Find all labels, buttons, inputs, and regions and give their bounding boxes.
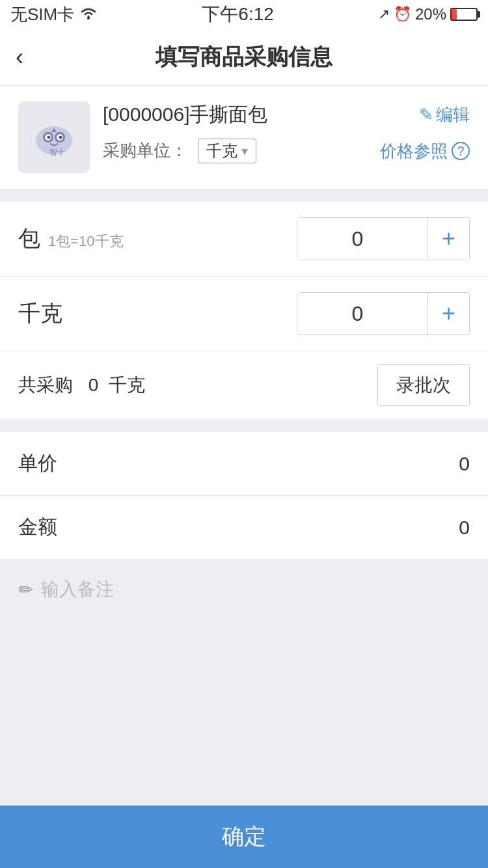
back-button[interactable]: ‹ xyxy=(16,44,23,71)
alarm-icon: ⏰ xyxy=(394,6,411,23)
section-divider-2 xyxy=(0,419,488,432)
kg-label: 千克 xyxy=(18,299,62,329)
product-card: 智十 [0000006]手撕面包 ✎ 编辑 采购单位： 千克 ▾ 价格参照 ? xyxy=(0,86,488,189)
status-bar-time: 下午6:12 xyxy=(202,2,274,27)
total-unit-label: 千克 xyxy=(109,375,145,395)
kg-input-group: + xyxy=(297,292,470,335)
battery-icon xyxy=(450,8,478,21)
svg-point-0 xyxy=(87,17,90,20)
edit-icon: ✎ xyxy=(419,105,433,125)
product-info: [0000006]手撕面包 ✎ 编辑 采购单位： 千克 ▾ 价格参照 ? xyxy=(103,102,470,163)
bag-input[interactable] xyxy=(297,218,427,260)
nav-title: 填写商品采购信息 xyxy=(156,42,332,72)
product-name: [0000006]手撕面包 xyxy=(103,102,267,128)
remark-placeholder: 输入备注 xyxy=(41,577,114,602)
batch-button[interactable]: 录批次 xyxy=(377,364,470,406)
chevron-down-icon: ▾ xyxy=(241,143,248,159)
product-logo: 智十 xyxy=(31,118,77,157)
kg-input-row: 千克 + xyxy=(0,277,488,351)
bag-label: 包 xyxy=(18,224,40,254)
kg-input[interactable] xyxy=(297,293,427,334)
remark-section[interactable]: ✏ 输入备注 xyxy=(0,559,488,620)
total-amount-value: 0 xyxy=(88,375,99,395)
input-section: 包 1包=10千克 + 千克 + xyxy=(0,202,488,351)
pencil-icon: ✏ xyxy=(18,579,33,601)
status-bar-right: ↗ ⏰ 20% xyxy=(378,5,478,23)
confirm-bar[interactable]: 确定 xyxy=(0,806,488,868)
unit-price-label: 单价 xyxy=(18,450,57,477)
total-label-group: 共采购 0 千克 xyxy=(18,373,145,398)
product-top-row: [0000006]手撕面包 ✎ 编辑 xyxy=(103,102,470,128)
kg-plus-button[interactable]: + xyxy=(427,293,469,334)
bag-label-group: 包 1包=10千克 xyxy=(18,224,124,254)
product-thumbnail: 智十 xyxy=(18,102,90,173)
battery-percent: 20% xyxy=(415,5,446,23)
wifi-icon xyxy=(79,5,98,25)
location-icon: ↗ xyxy=(378,6,390,23)
price-reference-button[interactable]: 价格参照 ? xyxy=(380,140,470,163)
unit-badge[interactable]: 千克 ▾ xyxy=(198,139,256,163)
kg-label-group: 千克 xyxy=(18,299,62,329)
amount-value: 0 xyxy=(459,517,470,539)
carrier-label: 无SIM卡 xyxy=(10,3,74,26)
bag-plus-button[interactable]: + xyxy=(427,218,469,260)
total-label: 共采购 xyxy=(18,375,73,395)
nav-bar: ‹ 填写商品采购信息 xyxy=(0,29,488,86)
bag-input-group: + xyxy=(297,217,470,260)
section-divider-1 xyxy=(0,189,488,202)
total-row: 共采购 0 千克 录批次 xyxy=(0,351,488,419)
edit-button[interactable]: ✎ 编辑 xyxy=(419,103,470,126)
svg-point-7 xyxy=(59,136,62,139)
svg-point-6 xyxy=(47,136,51,139)
unit-price-row: 单价 0 xyxy=(0,432,488,496)
unit-price-value: 0 xyxy=(459,453,470,475)
confirm-button[interactable]: 确定 xyxy=(222,822,266,852)
status-bar: 无SIM卡 下午6:12 ↗ ⏰ 20% xyxy=(0,0,488,29)
svg-text:智十: 智十 xyxy=(49,148,65,157)
price-section: 单价 0 金额 0 xyxy=(0,432,488,559)
status-bar-left: 无SIM卡 xyxy=(10,3,98,26)
unit-selector[interactable]: 采购单位： 千克 ▾ xyxy=(103,139,256,163)
amount-label: 金额 xyxy=(18,514,57,541)
bag-input-row: 包 1包=10千克 + xyxy=(0,202,488,277)
info-icon: ? xyxy=(452,142,470,160)
amount-row: 金额 0 xyxy=(0,496,488,559)
product-bottom-row: 采购单位： 千克 ▾ 价格参照 ? xyxy=(103,139,470,163)
bag-sub-label: 1包=10千克 xyxy=(48,232,124,251)
